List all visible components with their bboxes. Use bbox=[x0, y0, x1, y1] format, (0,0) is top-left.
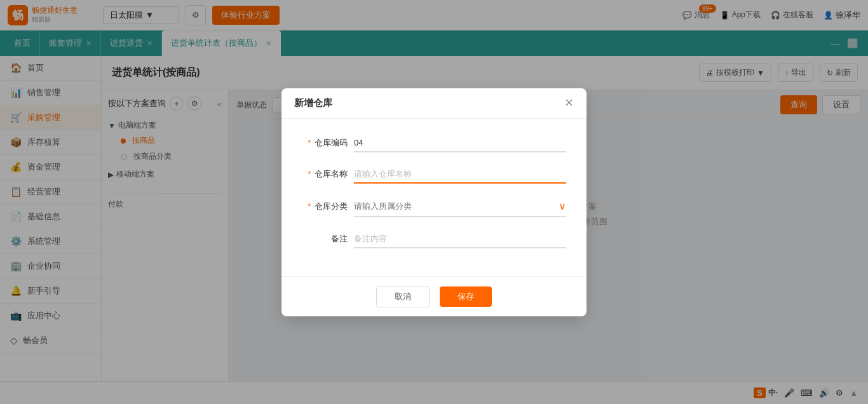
save-button[interactable]: 保存 bbox=[440, 286, 492, 307]
required-star3: * bbox=[308, 201, 311, 211]
warehouse-category-select[interactable]: ∨ bbox=[354, 196, 566, 217]
warehouse-category-row: * 仓库分类 ∨ bbox=[302, 196, 566, 217]
warehouse-code-input[interactable] bbox=[354, 134, 566, 152]
required-star: * bbox=[308, 138, 311, 147]
warehouse-name-row: * 仓库名称 bbox=[302, 165, 566, 184]
dialog-close-icon[interactable]: ✕ bbox=[564, 97, 574, 109]
dialog-header: 新增仓库 ✕ bbox=[281, 88, 587, 119]
required-star2: * bbox=[308, 169, 311, 178]
note-input[interactable] bbox=[354, 230, 566, 248]
warehouse-category-label: * 仓库分类 bbox=[302, 201, 348, 212]
warehouse-code-row: * 仓库编码 bbox=[302, 134, 566, 152]
warehouse-code-label: * 仓库编码 bbox=[302, 137, 348, 149]
dialog-overlay: 新增仓库 ✕ * 仓库编码 * 仓库名称 bbox=[0, 0, 868, 404]
cancel-button[interactable]: 取消 bbox=[376, 286, 430, 307]
warehouse-category-input[interactable] bbox=[354, 201, 559, 211]
note-label: 备注 bbox=[302, 233, 348, 245]
category-dropdown-icon: ∨ bbox=[559, 200, 566, 212]
new-warehouse-dialog: 新增仓库 ✕ * 仓库编码 * 仓库名称 bbox=[281, 88, 587, 316]
dialog-title: 新增仓库 bbox=[294, 97, 332, 109]
warehouse-name-input[interactable] bbox=[354, 165, 566, 184]
warehouse-name-label: * 仓库名称 bbox=[302, 168, 348, 180]
note-row: 备注 bbox=[302, 230, 566, 248]
dialog-footer: 取消 保存 bbox=[281, 276, 587, 316]
dialog-body: * 仓库编码 * 仓库名称 * 仓库分类 bbox=[281, 119, 587, 276]
